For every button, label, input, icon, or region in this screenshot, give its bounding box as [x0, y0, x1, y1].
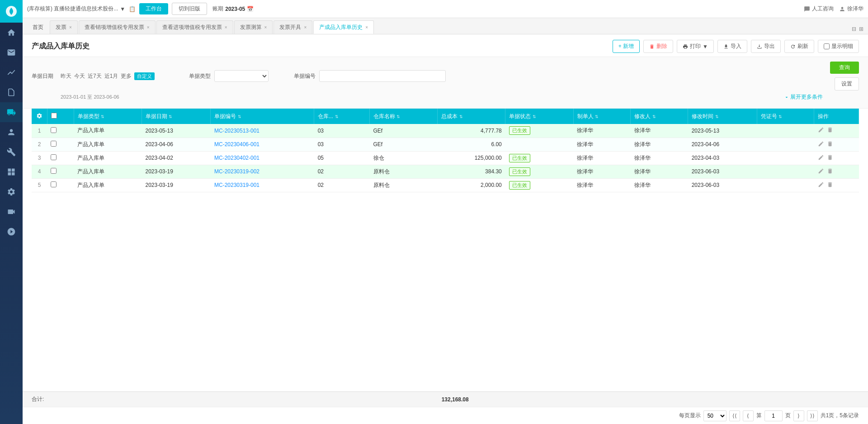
th-modifier[interactable]: 修改人 ⇅ — [631, 109, 688, 124]
date-7days[interactable]: 近7天 — [88, 72, 102, 80]
page-number-input[interactable] — [764, 410, 783, 421]
user-avatar[interactable]: 徐泽华 — [839, 5, 863, 13]
date-today[interactable]: 今天 — [74, 72, 85, 80]
th-number[interactable]: 单据编号 ⇅ — [211, 109, 314, 124]
row-checkbox[interactable] — [47, 178, 74, 192]
tab-maximize-icon[interactable]: ⊞ — [859, 26, 863, 32]
row-number[interactable]: MC-20230513-001 — [211, 124, 314, 138]
th-wh-name[interactable]: 仓库名称 ⇅ — [370, 109, 438, 124]
add-button[interactable]: + 新增 — [613, 40, 640, 53]
th-wh-code[interactable]: 仓库... ⇅ — [314, 109, 370, 124]
row-number[interactable]: MC-20230319-002 — [211, 165, 314, 178]
tab-invoice-close[interactable]: × — [69, 25, 72, 30]
th-cost[interactable]: 总成本 ⇅ — [438, 109, 505, 124]
sidebar-item-video[interactable] — [0, 202, 23, 222]
row-number[interactable]: MC-20230319-001 — [211, 178, 314, 192]
number-filter-input[interactable] — [319, 70, 446, 82]
tab-history[interactable]: 产成品入库单历史 × — [313, 20, 374, 34]
row-type: 产品入库单 — [74, 151, 142, 165]
refresh-button[interactable]: 刷新 — [784, 40, 814, 53]
sidebar-item-setting[interactable] — [0, 182, 23, 202]
next-page-button[interactable]: ⟩ — [793, 410, 804, 421]
row-voucher — [757, 138, 814, 151]
tab-home[interactable]: 首页 — [27, 20, 49, 34]
row-delete-icon[interactable] — [827, 181, 833, 189]
tab-check-purchase-close[interactable]: × — [225, 25, 227, 30]
tab-history-close[interactable]: × — [365, 25, 368, 30]
date-more[interactable]: 更多 — [121, 72, 132, 80]
query-button[interactable]: 查询 — [830, 62, 859, 74]
sidebar-item-tools[interactable] — [0, 142, 23, 162]
tab-calc[interactable]: 发票测算 × — [234, 20, 273, 34]
user-service[interactable]: 人工咨询 — [804, 5, 834, 13]
period-calendar-icon[interactable]: 📅 — [247, 6, 254, 12]
date-yesterday[interactable]: 昨天 — [61, 72, 71, 80]
row-number[interactable]: MC-20230406-001 — [211, 138, 314, 151]
company-selector[interactable]: (库存核算) 直播轻捷通信息技术股份... ▼ — [27, 5, 125, 13]
sidebar-item-grid[interactable] — [0, 162, 23, 182]
sidebar-item-document[interactable] — [0, 82, 23, 102]
tab-invoice[interactable]: 发票 × — [50, 20, 78, 34]
row-date: 2023-03-19 — [142, 178, 211, 192]
th-date[interactable]: 单据日期 ⇅ — [142, 109, 211, 124]
tab-calc-close[interactable]: × — [264, 25, 267, 30]
back-button[interactable]: 切到旧版 — [172, 3, 207, 15]
workspace-button[interactable]: 工作台 — [139, 3, 168, 14]
th-modify-time[interactable]: 修改时间 ⇅ — [688, 109, 757, 124]
row-delete-icon[interactable] — [827, 154, 833, 162]
delete-button[interactable]: 删除 — [643, 40, 673, 53]
type-filter-select[interactable] — [214, 70, 269, 82]
page-size-select[interactable]: 50 100 200 — [703, 410, 726, 421]
select-all-checkbox[interactable] — [51, 113, 57, 119]
show-detail-checkbox[interactable] — [824, 43, 830, 49]
row-delete-icon[interactable] — [827, 127, 833, 134]
sidebar-item-version[interactable] — [0, 222, 23, 242]
row-edit-icon[interactable] — [818, 168, 824, 176]
tab-open-label: 发票开具 — [279, 24, 301, 31]
th-type[interactable]: 单据类型 ⇅ — [74, 109, 142, 124]
last-page-button[interactable]: ⟩⟩ — [807, 410, 818, 421]
row-edit-icon[interactable] — [818, 181, 824, 189]
sidebar-item-home[interactable] — [0, 23, 23, 43]
row-checkbox[interactable] — [47, 151, 74, 165]
date-1month[interactable]: 近1月 — [104, 72, 118, 80]
print-button[interactable]: 打印 ▼ — [677, 40, 714, 53]
date-custom-tag[interactable]: 自定义 — [134, 72, 155, 80]
th-status[interactable]: 单据状态 ⇅ — [505, 109, 573, 124]
tab-check-sales[interactable]: 查看销项增值税专用发票 × — [79, 20, 156, 34]
show-detail-checkbox-wrap[interactable]: 显示明细 — [818, 40, 859, 53]
row-edit-icon[interactable] — [818, 154, 824, 162]
row-checkbox[interactable] — [47, 138, 74, 151]
sidebar-item-warehouse[interactable] — [0, 102, 23, 122]
th-creator[interactable]: 制单人 ⇅ — [573, 109, 631, 124]
row-delete-icon[interactable] — [827, 168, 833, 176]
row-edit-icon[interactable] — [818, 141, 824, 148]
th-gear[interactable] — [32, 109, 47, 124]
tab-open-close[interactable]: × — [304, 25, 307, 30]
expand-button[interactable]: 展开更多条件 — [784, 93, 823, 101]
tab-minimize-icon[interactable]: ⊟ — [852, 26, 856, 32]
sidebar-item-person[interactable] — [0, 122, 23, 142]
import-button[interactable]: 导入 — [717, 40, 747, 53]
setting-button[interactable]: 设置 — [835, 77, 859, 91]
row-index: 2 — [32, 138, 47, 151]
sidebar-item-chart[interactable] — [0, 62, 23, 82]
export-button[interactable]: 导出 — [751, 40, 781, 53]
first-page-button[interactable]: ⟨⟨ — [729, 410, 740, 421]
row-delete-icon[interactable] — [827, 141, 833, 148]
row-voucher — [757, 165, 814, 178]
th-voucher[interactable]: 凭证号 ⇅ — [757, 109, 814, 124]
row-checkbox[interactable] — [47, 165, 74, 178]
row-number[interactable]: MC-20230402-001 — [211, 151, 314, 165]
tab-check-sales-close[interactable]: × — [147, 25, 150, 30]
sidebar-item-inbox[interactable] — [0, 43, 23, 62]
tab-open[interactable]: 发票开具 × — [274, 20, 312, 34]
app-logo[interactable] — [0, 0, 23, 23]
th-checkbox[interactable] — [47, 109, 74, 124]
print-dropdown-icon[interactable]: ▼ — [703, 43, 708, 50]
th-actions: 操作 — [814, 109, 859, 124]
row-checkbox[interactable] — [47, 124, 74, 138]
prev-page-button[interactable]: ⟨ — [743, 410, 754, 421]
row-edit-icon[interactable] — [818, 127, 824, 134]
tab-check-purchase[interactable]: 查看进项增值税专用发票 × — [156, 20, 233, 34]
